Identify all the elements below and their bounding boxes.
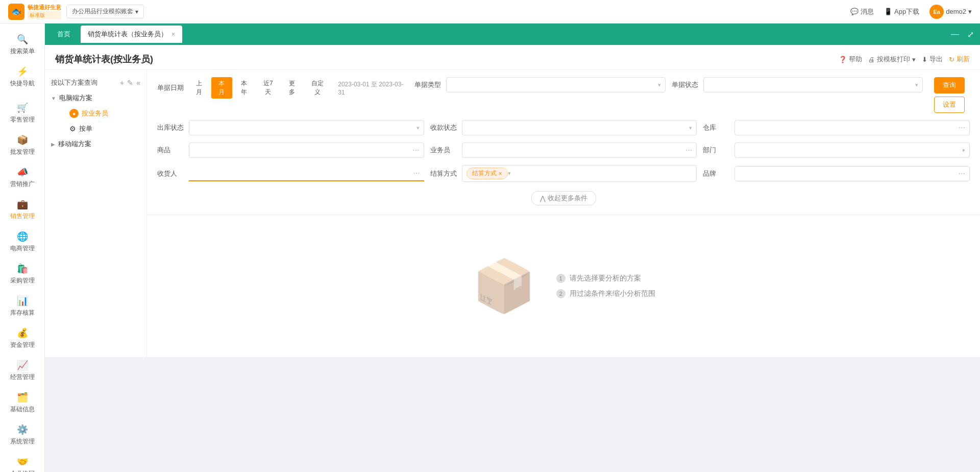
warehouse-dots[interactable]: ··· <box>959 123 965 132</box>
sidebar-item-retail[interactable]: 🛒 零售管理 <box>0 97 44 129</box>
corp-icon: 🤝 <box>17 456 28 467</box>
doc-status-control[interactable]: ▾ <box>703 77 923 92</box>
staff-control[interactable]: ··· <box>462 143 697 158</box>
tab-minimize-btn[interactable]: — <box>949 28 961 41</box>
receiver-dots[interactable]: ··· <box>413 169 420 178</box>
brand-filter: 品牌 ··· <box>703 166 970 181</box>
tree-item-mobile[interactable]: ▶ 移动端方案 <box>45 136 146 152</box>
doc-status-filter: 单据状态 ▾ <box>672 77 923 92</box>
out-status-control[interactable]: ▾ <box>189 120 424 135</box>
collapse-row: ⋀ 收起更多条件 <box>157 189 970 207</box>
workspace-selector[interactable]: 办公用品行业模拟账套 ▾ <box>66 5 144 18</box>
tab-close-icon[interactable]: × <box>172 31 175 38</box>
left-panel: 按以下方案查询 + ✎ « ▼ 电脑端方案 <box>45 70 147 357</box>
top-bar: 🐟 畅捷通好生意 标准版 办公用品行业模拟账套 ▾ 💬 消息 📱 App下载 E… <box>0 0 980 23</box>
warehouse-control[interactable]: ··· <box>734 120 970 135</box>
sidebar-item-purchase[interactable]: 🛍️ 采购管理 <box>0 258 44 290</box>
sidebar-item-wholesale[interactable]: 📦 批发管理 <box>0 129 44 161</box>
nav-icon: ⚡ <box>17 66 28 77</box>
staff-dots[interactable]: ··· <box>685 146 692 155</box>
right-panel: 单据日期 上月 本月 本年 近7天 更多 自定义 <box>147 70 980 357</box>
brand-dots[interactable]: ··· <box>959 169 965 178</box>
goods-control[interactable]: ··· <box>189 143 424 158</box>
edit-scheme-btn[interactable]: ✎ <box>127 79 133 87</box>
more-btn[interactable]: 更多 <box>282 77 303 99</box>
sidebar-item-nav[interactable]: ⚡ 快捷导航 <box>0 61 44 93</box>
purchase-icon: 🛍️ <box>17 263 28 274</box>
sidebar-item-system[interactable]: ⚙️ 系统管理 <box>0 419 44 451</box>
sidebar-item-stock[interactable]: 📊 库存核算 <box>0 290 44 322</box>
retail-icon: 🛒 <box>17 102 28 113</box>
message-icon: 💬 <box>850 8 859 15</box>
cur-year-btn[interactable]: 本年 <box>234 77 255 99</box>
custom-btn[interactable]: 自定义 <box>304 77 331 99</box>
query-btn[interactable]: 查询 <box>934 77 965 93</box>
top-bar-left: 🐟 畅捷通好生意 标准版 办公用品行业模拟账套 ▾ <box>8 4 144 20</box>
sidebar-item-search[interactable]: 🔍 搜索菜单 <box>0 29 44 61</box>
tab-active[interactable]: 销货单统计表（按业务员） × <box>81 26 182 43</box>
empty-step1: 1 请先选择要分析的方案 <box>556 274 655 283</box>
dept-control[interactable]: ▾ <box>734 143 970 158</box>
collect-status-control[interactable]: ▾ <box>462 120 697 135</box>
help-btn[interactable]: ❓ 帮助 <box>839 55 862 64</box>
export-icon: ⬇ <box>922 56 927 63</box>
refresh-btn[interactable]: ↻ 刷新 <box>949 55 970 64</box>
goods-filter: 商品 ··· <box>157 143 424 158</box>
settle-tag-close[interactable]: × <box>499 170 502 177</box>
message-btn[interactable]: 💬 消息 <box>850 7 874 16</box>
settings-btn[interactable]: 设置 <box>934 97 965 113</box>
settle-tag: 结算方式 × <box>467 168 508 179</box>
page-header: 销货单统计表(按业务员) ❓ 帮助 🖨 按模板打印 ▾ ⬇ <box>45 45 980 70</box>
empty-step2: 2 用过滤条件来缩小分析范围 <box>556 289 655 298</box>
print-icon: 🖨 <box>868 56 875 63</box>
app-icon: 📱 <box>884 8 892 15</box>
sidebar-item-sales[interactable]: 💼 销售管理 <box>0 194 44 226</box>
collapse-panel-btn[interactable]: « <box>136 79 140 87</box>
wholesale-icon: 📦 <box>17 134 28 146</box>
tree-arrow-mobile-icon: ▶ <box>51 141 55 147</box>
collapse-icon: ⋀ <box>540 195 546 202</box>
doc-type-arrow-icon: ▾ <box>658 82 661 88</box>
sidebar-item-ecom[interactable]: 🌐 电商管理 <box>0 226 44 258</box>
doc-type-control[interactable]: ▾ <box>446 77 666 92</box>
tree-item-bystaff[interactable]: ● 按业务员 <box>45 106 146 121</box>
settle-control[interactable]: 结算方式 × ▾ <box>462 165 697 182</box>
help-icon: ❓ <box>839 56 847 63</box>
cur-month-btn[interactable]: 本月 <box>211 77 232 99</box>
receiver-control[interactable]: ··· <box>189 166 424 181</box>
sidebar-item-finance[interactable]: 💰 资金管理 <box>0 322 44 355</box>
marketing-icon: 📣 <box>17 167 28 178</box>
collapse-btn[interactable]: ⋀ 收起更多条件 <box>531 191 596 205</box>
tab-maximize-btn[interactable]: ⤢ <box>965 28 976 41</box>
out-status-filter: 出库状态 ▾ <box>157 120 424 135</box>
out-status-arrow-icon: ▾ <box>416 125 420 131</box>
print-btn[interactable]: 🖨 按模板打印 ▾ <box>868 55 916 64</box>
last-month-btn[interactable]: 上月 <box>189 77 210 99</box>
collect-status-arrow-icon: ▾ <box>689 125 692 131</box>
tree-item-pc[interactable]: ▼ 电脑端方案 <box>45 90 146 106</box>
filter-section: 单据日期 上月 本月 本年 近7天 更多 自定义 <box>147 70 980 215</box>
user-menu[interactable]: Ea demo2 ▾ <box>929 5 972 19</box>
goods-dots[interactable]: ··· <box>412 146 419 155</box>
brand-control[interactable]: ··· <box>734 166 970 181</box>
dept-arrow-icon: ▾ <box>962 147 965 154</box>
sidebar-item-ops[interactable]: 📈 经营管理 <box>0 355 44 387</box>
app-download-btn[interactable]: 📱 App下载 <box>884 7 919 16</box>
sidebar-item-marketing[interactable]: 📣 营销推广 <box>0 161 44 194</box>
avatar: Ea <box>929 5 944 19</box>
add-scheme-btn[interactable]: + <box>120 79 124 87</box>
warehouse-filter: 仓库 ··· <box>703 120 970 135</box>
sales-icon: 💼 <box>17 199 28 210</box>
last7-btn[interactable]: 近7天 <box>256 77 280 99</box>
sidebar-item-base[interactable]: 🗂️ 基础信息 <box>0 387 44 419</box>
top-bar-right: 💬 消息 📱 App下载 Ea demo2 ▾ <box>850 5 972 19</box>
date-filter-area: 单据日期 上月 本月 本年 近7天 更多 自定义 <box>157 77 408 99</box>
sidebar-item-corp[interactable]: 🤝 企业协同 <box>0 451 44 472</box>
empty-text: 1 请先选择要分析的方案 2 用过滤条件来缩小分析范围 <box>556 274 655 298</box>
staff-badge: ● <box>69 109 79 118</box>
staff-filter: 业务员 ··· <box>430 143 697 158</box>
logo-area: 🐟 畅捷通好生意 标准版 <box>8 4 61 20</box>
export-btn[interactable]: ⬇ 导出 <box>922 55 943 64</box>
tab-home[interactable]: 首页 <box>49 26 79 43</box>
tree-item-byorder[interactable]: ⚙ 按单 <box>45 121 146 136</box>
